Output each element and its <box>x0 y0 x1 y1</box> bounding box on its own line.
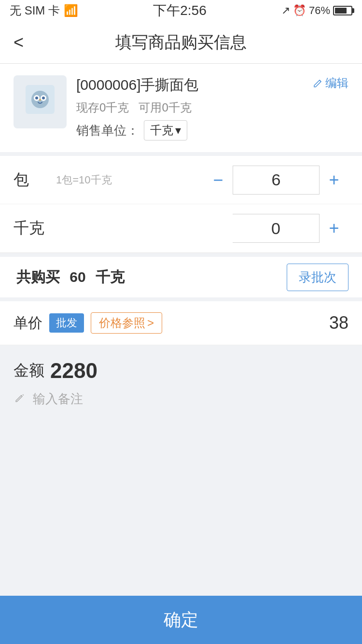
status-left: 无 SIM 卡 📶 <box>10 3 78 18</box>
status-right: ↗ ⏰ 76% <box>281 4 352 17</box>
product-image <box>14 75 67 128</box>
kg-controls: + <box>233 214 348 243</box>
confirm-button[interactable]: 确定 <box>0 596 362 644</box>
price-label: 单价 <box>14 313 42 333</box>
carrier-label: 无 SIM 卡 <box>10 3 60 18</box>
edit-label: 编辑 <box>325 75 348 91</box>
bottom-space <box>0 417 362 610</box>
unit-dropdown[interactable]: 千克 ▾ <box>144 120 187 140</box>
summary-unit: 千克 <box>96 269 125 285</box>
unit-label: 销售单位： <box>76 122 139 139</box>
unit-value: 千克 <box>150 123 173 138</box>
product-card: [0000006]手撕面包 编辑 现存0千克 可用0千克 销售单位： 千克 ▾ <box>0 64 362 156</box>
price-row: 单价 批发 价格参照 > 38 <box>14 301 348 345</box>
note-row[interactable]: 输入备注 <box>14 391 348 417</box>
note-placeholder: 输入备注 <box>33 391 83 407</box>
summary-text: 共购买 60 千克 <box>14 267 127 287</box>
page-title: 填写商品购买信息 <box>115 31 247 54</box>
bag-increment-button[interactable]: + <box>320 166 348 195</box>
edit-button[interactable]: 编辑 <box>313 75 348 91</box>
dropdown-arrow-icon: ▾ <box>175 124 181 137</box>
summary-quantity: 60 <box>70 269 85 285</box>
available-value: 可用0千克 <box>139 101 191 114</box>
battery-indicator <box>333 6 352 15</box>
input-section: 包 1包=10千克 − + 千克 + <box>0 156 362 253</box>
svg-point-5 <box>42 97 45 99</box>
price-ref-chevron-icon: > <box>147 316 154 330</box>
price-tag-button[interactable]: 批发 <box>49 313 84 333</box>
product-logo-icon <box>26 85 55 119</box>
bag-sublabel: 1包=10千克 <box>56 173 112 187</box>
kg-quantity-input[interactable] <box>233 214 320 243</box>
status-time: 下午2:56 <box>153 1 207 20</box>
alarm-icon: ⏰ <box>293 4 306 17</box>
price-ref-button[interactable]: 价格参照 > <box>91 312 162 334</box>
battery-label: 76% <box>309 4 330 17</box>
location-icon: ↗ <box>281 4 290 17</box>
battery-fill <box>335 8 347 14</box>
bag-decrement-button[interactable]: − <box>204 166 233 195</box>
price-section: 单价 批发 价格参照 > 38 <box>0 301 362 345</box>
wifi-icon: 📶 <box>64 4 78 17</box>
kg-increment-button[interactable]: + <box>320 214 348 243</box>
product-unit-row: 销售单位： 千克 ▾ <box>76 120 348 140</box>
back-button[interactable]: < <box>14 32 24 53</box>
summary-row: 共购买 60 千克 录批次 <box>0 253 362 301</box>
product-header: [0000006]手撕面包 编辑 <box>76 75 348 100</box>
summary-prefix: 共购买 <box>16 269 60 285</box>
kg-label: 千克 <box>14 218 52 239</box>
status-bar: 无 SIM 卡 📶 下午2:56 ↗ ⏰ 76% <box>0 0 362 21</box>
bag-controls: − + <box>204 166 348 195</box>
product-name: [0000006]手撕面包 <box>76 75 198 95</box>
amount-label: 金额 <box>14 360 44 381</box>
bag-input-row: 包 1包=10千克 − + <box>0 156 362 204</box>
amount-value: 2280 <box>50 359 97 383</box>
product-info: [0000006]手撕面包 编辑 现存0千克 可用0千克 销售单位： 千克 ▾ <box>76 75 348 140</box>
kg-input-row: 千克 + <box>0 204 362 252</box>
price-value: 38 <box>329 313 348 333</box>
note-edit-icon <box>14 391 27 407</box>
svg-point-4 <box>35 97 38 99</box>
amount-section: 金额 2280 输入备注 <box>0 345 362 417</box>
nav-bar: < 填写商品购买信息 <box>0 21 362 64</box>
stock-value: 现存0千克 <box>76 101 129 114</box>
bag-label: 包 <box>14 169 52 191</box>
amount-row: 金额 2280 <box>14 359 348 383</box>
batch-button[interactable]: 录批次 <box>287 264 348 291</box>
product-stock: 现存0千克 可用0千克 <box>76 100 348 115</box>
bag-quantity-input[interactable] <box>233 166 320 195</box>
price-ref-label: 价格参照 <box>99 315 145 331</box>
